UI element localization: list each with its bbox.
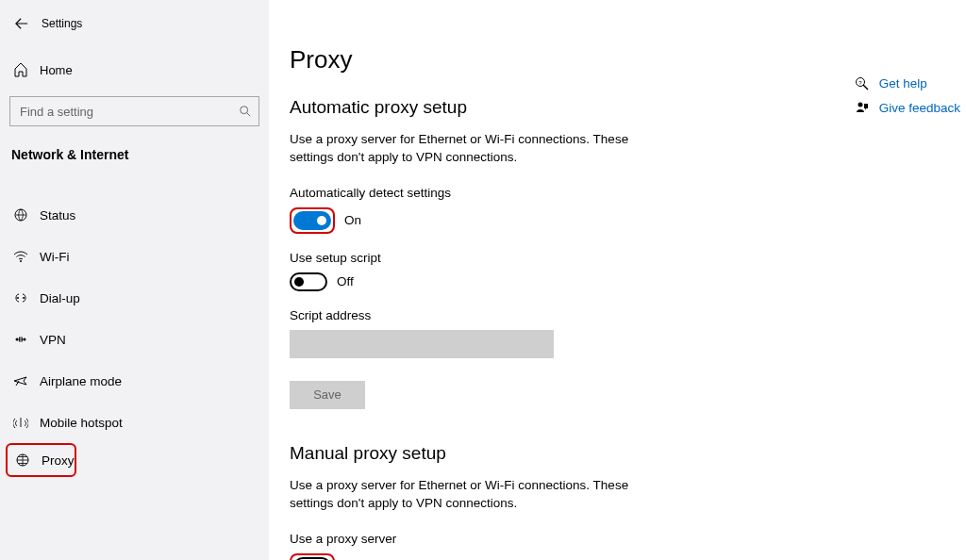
search-field-wrap bbox=[9, 96, 259, 126]
script-address-input[interactable] bbox=[290, 330, 554, 358]
use-proxy-toggle-row: Off bbox=[290, 553, 966, 560]
page-title: Proxy bbox=[290, 45, 966, 74]
sidebar-item-label: Mobile hotspot bbox=[40, 416, 123, 430]
script-address-label: Script address bbox=[290, 308, 966, 322]
sidebar-item-label: VPN bbox=[40, 333, 66, 347]
feedback-icon bbox=[855, 100, 870, 115]
setup-script-state: Off bbox=[337, 274, 354, 288]
svg-point-6 bbox=[24, 338, 26, 341]
setup-script-toggle[interactable] bbox=[290, 272, 327, 291]
app-title: Settings bbox=[42, 17, 82, 30]
svg-text:?: ? bbox=[858, 80, 862, 86]
auto-detect-label: Automatically detect settings bbox=[290, 186, 966, 200]
get-help-label: Get help bbox=[879, 76, 927, 91]
airplane-icon bbox=[13, 373, 28, 388]
proxy-icon bbox=[15, 453, 30, 468]
setup-script-label: Use setup script bbox=[290, 251, 966, 265]
svg-point-3 bbox=[17, 297, 19, 299]
setup-script-toggle-row: Off bbox=[290, 272, 966, 291]
sidebar-item-label: Dial-up bbox=[40, 291, 80, 305]
auto-detect-state: On bbox=[344, 213, 361, 227]
manual-section-desc: Use a proxy server for Ethernet or Wi-Fi… bbox=[290, 477, 648, 513]
sidebar-item-status[interactable]: Status bbox=[0, 194, 269, 236]
titlebar: Settings bbox=[0, 8, 269, 49]
nav-list: Status Wi-Fi Dial-up VPN Airplane mode M… bbox=[0, 194, 269, 477]
help-panel: ? Get help Give feedback bbox=[855, 75, 960, 115]
sidebar-item-airplane[interactable]: Airplane mode bbox=[0, 360, 269, 402]
save-button[interactable]: Save bbox=[290, 381, 365, 409]
back-button[interactable] bbox=[8, 9, 36, 38]
use-proxy-label: Use a proxy server bbox=[290, 532, 966, 546]
sidebar-item-hotspot[interactable]: Mobile hotspot bbox=[0, 402, 269, 443]
wifi-icon bbox=[13, 249, 28, 264]
dialup-icon bbox=[13, 290, 28, 305]
vpn-icon bbox=[13, 332, 28, 347]
home-label: Home bbox=[40, 63, 73, 77]
auto-detect-toggle-row: On bbox=[290, 207, 966, 234]
auto-section-desc: Use a proxy server for Ethernet or Wi-Fi… bbox=[290, 131, 648, 167]
sidebar-item-label: Airplane mode bbox=[40, 374, 122, 388]
sidebar-item-proxy[interactable]: Proxy bbox=[6, 443, 76, 477]
sidebar-home[interactable]: Home bbox=[0, 49, 269, 91]
svg-point-2 bbox=[20, 260, 22, 262]
auto-detect-toggle[interactable] bbox=[290, 207, 335, 234]
give-feedback-label: Give feedback bbox=[879, 101, 960, 115]
search-icon bbox=[239, 105, 252, 118]
sidebar-item-label: Wi-Fi bbox=[40, 250, 69, 264]
sidebar-item-vpn[interactable]: VPN bbox=[0, 319, 269, 360]
section-head: Network & Internet bbox=[0, 140, 269, 170]
sidebar: Settings Home Network & Internet Status … bbox=[0, 0, 269, 560]
manual-section-title: Manual proxy setup bbox=[290, 443, 966, 464]
search-input[interactable] bbox=[9, 96, 259, 126]
home-icon bbox=[13, 62, 28, 77]
back-arrow-icon bbox=[15, 17, 28, 30]
give-feedback-link[interactable]: Give feedback bbox=[855, 100, 960, 115]
sidebar-item-wifi[interactable]: Wi-Fi bbox=[0, 236, 269, 277]
sidebar-item-label: Status bbox=[40, 208, 75, 222]
svg-point-0 bbox=[241, 107, 248, 114]
status-icon bbox=[13, 207, 28, 222]
hotspot-icon bbox=[13, 415, 28, 430]
main-content: Proxy Automatic proxy setup Use a proxy … bbox=[269, 0, 966, 560]
svg-point-4 bbox=[23, 297, 25, 299]
sidebar-item-label: Proxy bbox=[42, 453, 75, 468]
sidebar-item-dialup[interactable]: Dial-up bbox=[0, 277, 269, 319]
get-help-link[interactable]: ? Get help bbox=[855, 75, 960, 91]
svg-point-5 bbox=[16, 338, 19, 341]
use-proxy-toggle[interactable] bbox=[290, 553, 335, 560]
svg-point-11 bbox=[858, 103, 862, 107]
help-icon: ? bbox=[855, 75, 870, 91]
